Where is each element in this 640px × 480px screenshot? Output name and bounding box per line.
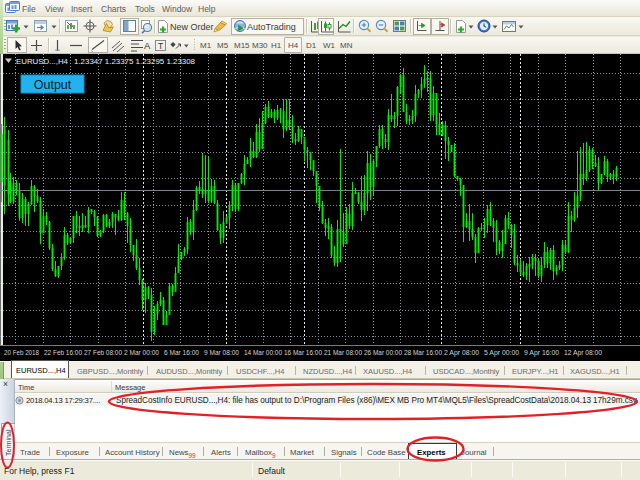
- svg-text:21 Mar 08:00: 21 Mar 08:00: [324, 348, 362, 357]
- svg-text:Output: Output: [34, 78, 72, 92]
- svg-text:EURUSD...,H4: EURUSD...,H4: [16, 57, 68, 66]
- svg-text:28 Mar 16:00: 28 Mar 16:00: [404, 348, 442, 357]
- svg-text:14 Mar 00:00: 14 Mar 00:00: [244, 348, 282, 357]
- svg-text:9 Apr 16:00: 9 Apr 16:00: [524, 348, 559, 357]
- svg-text:6 Mar 16:00: 6 Mar 16:00: [164, 348, 199, 357]
- svg-text:12 Apr 08:00: 12 Apr 08:00: [564, 348, 602, 357]
- svg-text:1.23347 1.23375 1.23295 1.2330: 1.23347 1.23375 1.23295 1.23308: [74, 57, 195, 66]
- svg-text:27 Feb 08:00: 27 Feb 08:00: [84, 348, 122, 357]
- svg-text:Terminal: Terminal: [5, 429, 12, 456]
- svg-text:2 Apr 08:00: 2 Apr 08:00: [444, 348, 479, 357]
- svg-text:20 Feb 2018: 20 Feb 2018: [4, 348, 39, 357]
- svg-text:2 Mar 00:00: 2 Mar 00:00: [124, 348, 159, 357]
- svg-text:16 Mar 16:00: 16 Mar 16:00: [284, 348, 322, 357]
- svg-text:9 Mar 08:00: 9 Mar 08:00: [204, 348, 239, 357]
- svg-text:T: T: [158, 41, 163, 51]
- svg-text:22 Feb 16:00: 22 Feb 16:00: [44, 348, 82, 357]
- svg-text:×: ×: [3, 379, 8, 389]
- svg-text:A: A: [144, 40, 151, 51]
- svg-text:5 Apr 00:00: 5 Apr 00:00: [484, 348, 519, 357]
- svg-text:26 Mar 00:00: 26 Mar 00:00: [364, 348, 402, 357]
